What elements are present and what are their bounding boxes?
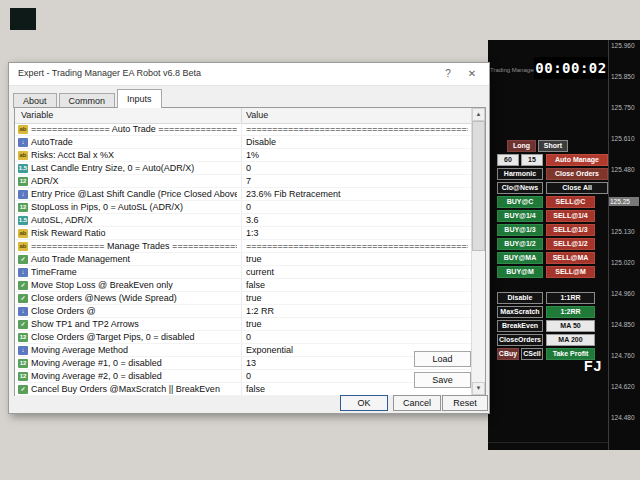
max-scratch-button[interactable]: MaxScratch <box>497 306 543 318</box>
row-value[interactable]: 0 <box>246 201 468 213</box>
row-variable: ============== Manage Trades ===========… <box>31 240 237 252</box>
tab-about[interactable]: About <box>13 93 57 108</box>
long-button[interactable]: Long <box>507 140 536 152</box>
row-variable: AutoTrade <box>31 136 237 148</box>
row-variable: =============== Auto Trade =============… <box>31 123 237 135</box>
buy-m-button[interactable]: BUY@M <box>497 266 543 278</box>
vertical-scrollbar[interactable]: ▲ ▼ <box>471 108 485 395</box>
ma-50-button[interactable]: MA 50 <box>546 320 595 332</box>
integer-type-icon: 12 <box>18 203 28 212</box>
sell-third-button[interactable]: SELL@1/3 <box>546 224 595 236</box>
timeframe-15-button[interactable]: 15 <box>521 154 543 166</box>
close-at-news-button[interactable]: Clo@News <box>497 182 543 194</box>
table-row[interactable]: abRisk Reward Ratio1:3 <box>15 227 472 240</box>
row-value[interactable]: 1% <box>246 149 468 161</box>
inputs-tab-page: Variable Value ab=============== Auto Tr… <box>14 107 486 396</box>
rr-1-2-button[interactable]: 1:2RR <box>546 306 595 318</box>
buy-quarter-button[interactable]: BUY@1/4 <box>497 210 543 222</box>
row-variable: Move Stop Loss @ BreakEven only <box>31 279 237 291</box>
sell-m-button[interactable]: SELL@M <box>546 266 595 278</box>
table-row[interactable]: 1.5AutoSL, ADR/X3.6 <box>15 214 472 227</box>
disable-button[interactable]: Disable <box>497 292 543 304</box>
table-row[interactable]: 12Moving Average #2, 0 = disabled0 <box>15 370 472 383</box>
row-value[interactable]: ========================================… <box>246 123 468 135</box>
short-button[interactable]: Short <box>538 140 568 152</box>
string-type-icon: ab <box>18 229 28 238</box>
table-row[interactable]: ✓Move Stop Loss @ BreakEven onlyfalse <box>15 279 472 292</box>
table-row[interactable]: ↓AutoTradeDisable <box>15 136 472 149</box>
tab-common[interactable]: Common <box>59 93 116 108</box>
table-row[interactable]: ab=============== Auto Trade ===========… <box>15 123 472 136</box>
row-value[interactable]: true <box>246 292 468 304</box>
harmonic-button[interactable]: Harmonic <box>497 168 543 180</box>
cancel-button[interactable]: Cancel <box>393 395 441 411</box>
load-button[interactable]: Load <box>414 351 471 367</box>
row-variable: Last Candle Entry Size, 0 = Auto(ADR/X) <box>31 162 237 174</box>
row-value[interactable]: Disable <box>246 136 468 148</box>
column-header-variable: Variable <box>21 110 53 120</box>
tab-inputs[interactable]: Inputs <box>117 89 162 108</box>
integer-type-icon: 12 <box>18 359 28 368</box>
close-orders-panel-button[interactable]: CloseOrders <box>497 334 543 346</box>
table-row[interactable]: ↓Close Orders @1:2 RR <box>15 305 472 318</box>
sell-at-close-button[interactable]: SELL@C <box>546 196 595 208</box>
table-row[interactable]: 1.5Last Candle Entry Size, 0 = Auto(ADR/… <box>15 162 472 175</box>
row-value[interactable]: ========================================… <box>246 240 468 252</box>
row-value[interactable]: 0 <box>246 331 468 343</box>
table-row[interactable]: ✓Close orders @News (Wide Spread)true <box>15 292 472 305</box>
table-row[interactable]: ab============== Manage Trades =========… <box>15 240 472 253</box>
expert-properties-dialog: Expert - Trading Manager EA Robot v6.8 B… <box>8 62 490 414</box>
row-value[interactable]: true <box>246 318 468 330</box>
timeframe-60-button[interactable]: 60 <box>497 154 519 166</box>
sell-ma-button[interactable]: SELL@MA <box>546 252 595 264</box>
close-button[interactable]: ✕ <box>465 67 479 81</box>
inputs-table: ab=============== Auto Trade ===========… <box>15 123 472 396</box>
close-all-button[interactable]: Close All <box>546 182 608 194</box>
row-value[interactable]: 3.6 <box>246 214 468 226</box>
auto-manage-button[interactable]: Auto Manage <box>546 154 608 166</box>
price-label: 125.480 <box>611 166 639 173</box>
close-orders-button[interactable]: Close Orders <box>546 168 608 180</box>
sell-quarter-button[interactable]: SELL@1/4 <box>546 210 595 222</box>
cancel-sell-button[interactable]: CSell <box>521 348 543 360</box>
break-even-button[interactable]: BreakEven <box>497 320 543 332</box>
table-row[interactable]: abRisks: Acct Bal x %X1% <box>15 149 472 162</box>
price-label: 125.750 <box>611 104 639 111</box>
rr-1-1-button[interactable]: 1:1RR <box>546 292 595 304</box>
table-row[interactable]: ↓Moving Average MethodExponential <box>15 344 472 357</box>
table-row[interactable]: 12ADR/X7 <box>15 175 472 188</box>
help-button[interactable]: ? <box>441 67 455 81</box>
table-row[interactable]: 12StopLoss in Pips, 0 = AutoSL (ADR/X)0 <box>15 201 472 214</box>
scrollbar-thumb[interactable] <box>472 121 485 251</box>
row-value[interactable]: 0 <box>246 162 468 174</box>
ma-200-button[interactable]: MA 200 <box>546 334 595 346</box>
table-row[interactable]: ✓Auto Trade Managementtrue <box>15 253 472 266</box>
sell-half-button[interactable]: SELL@1/2 <box>546 238 595 250</box>
table-row[interactable]: 12Close Orders @Target Pips, 0 = disable… <box>15 331 472 344</box>
table-row[interactable]: ↓Entry Price @Last Shift Candle (Price C… <box>15 188 472 201</box>
row-value[interactable]: false <box>246 279 468 291</box>
row-value[interactable]: 1:3 <box>246 227 468 239</box>
scroll-down-arrow-icon[interactable]: ▼ <box>472 382 485 395</box>
buy-at-close-button[interactable]: BUY@C <box>497 196 543 208</box>
bool-type-icon: ✓ <box>18 255 28 264</box>
table-row[interactable]: ✓Show TP1 and TP2 Arrowstrue <box>15 318 472 331</box>
cancel-buy-button[interactable]: CBuy <box>497 348 519 360</box>
scroll-up-arrow-icon[interactable]: ▲ <box>472 108 485 121</box>
row-variable: Entry Price @Last Shift Candle (Price Cl… <box>31 188 237 200</box>
row-value[interactable]: 7 <box>246 175 468 187</box>
price-label: 125.960 <box>611 42 639 49</box>
table-row[interactable]: 12Moving Average #1, 0 = disabled13 <box>15 357 472 370</box>
buy-third-button[interactable]: BUY@1/3 <box>497 224 543 236</box>
row-value[interactable]: 1:2 RR <box>246 305 468 317</box>
reset-button[interactable]: Reset <box>442 395 488 411</box>
row-value[interactable]: true <box>246 253 468 265</box>
table-row[interactable]: ↓TimeFramecurrent <box>15 266 472 279</box>
row-value[interactable]: 23.6% Fib Retracement <box>246 188 468 200</box>
row-value[interactable]: current <box>246 266 468 278</box>
buy-half-button[interactable]: BUY@1/2 <box>497 238 543 250</box>
buy-ma-button[interactable]: BUY@MA <box>497 252 543 264</box>
price-label: 124.850 <box>611 321 639 328</box>
save-button[interactable]: Save <box>414 372 471 388</box>
ok-button[interactable]: OK <box>340 395 388 411</box>
